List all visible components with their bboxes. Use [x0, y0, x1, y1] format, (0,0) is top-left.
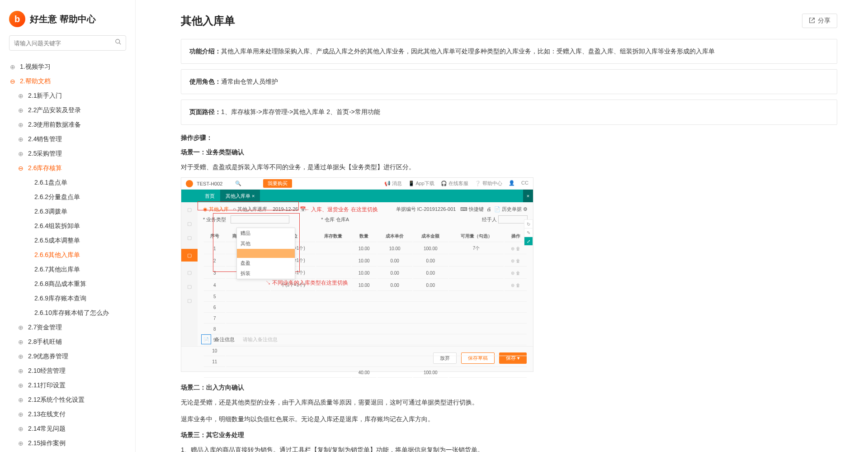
nav-item[interactable]: 2.6.10库存账本错了怎么办	[9, 309, 126, 317]
nav-item[interactable]: 2.6.7其他出库单	[9, 266, 126, 274]
nav-item[interactable]: ⊕2.9优惠券管理	[9, 352, 126, 361]
ss-dd-opt: 其他	[237, 238, 295, 249]
ss-anno2: ↘ 不同业务的入库类型在这里切换	[265, 279, 348, 287]
nav-tree: ⊕1.视频学习⊖2.帮助文档⊕2.1新手入门⊕2.2产品安装及登录⊕2.3使用前…	[9, 60, 126, 451]
ss-th: 成本单价	[377, 231, 412, 242]
plus-icon: ⊕	[17, 121, 24, 128]
path-val: 1、库存核算->库存管理->其他入库单 2、首页->常用功能	[221, 108, 380, 115]
ss-logo-icon	[186, 180, 193, 187]
nav-item[interactable]: ⊕2.2产品安装及登录	[9, 106, 126, 114]
plus-icon: ⊕	[17, 396, 24, 404]
intro-val: 其他入库单用来处理除采购入库、产成品入库之外的其他入库业务，因此其他入库单可处理…	[221, 48, 715, 55]
nav-item[interactable]: ⊕2.7资金管理	[9, 324, 126, 332]
table-row: 4个(1个=1个)10.000.000.00⊕ 🗑	[204, 280, 527, 291]
ss-sum-q: 40.00	[352, 368, 377, 378]
nav-item[interactable]: 2.6.3调拨单	[9, 208, 126, 216]
scene2-heading: 场景二：出入方向确认	[181, 384, 837, 392]
ss-dd-opt	[237, 249, 295, 258]
ss-dd-opt: 盘盈	[237, 258, 295, 268]
ss-th: 操作	[505, 231, 527, 242]
ss-th: 库存数量	[316, 231, 351, 242]
ss-link-help: ❔ 帮助中心	[475, 180, 502, 187]
intro-key: 功能介绍：	[189, 48, 221, 55]
nav-item[interactable]: 2.6.6其他入库单	[9, 251, 126, 259]
nav-item[interactable]: 2.6.5成本调整单	[9, 237, 126, 245]
nav-item[interactable]: ⊕2.10经营管理	[9, 367, 126, 375]
nav-item[interactable]: ⊕2.4销售管理	[9, 135, 126, 143]
path-key: 页面路径：	[189, 108, 221, 115]
nav-item[interactable]: ⊕2.1新手入门	[9, 92, 126, 100]
ss-nav-icon: ▢	[187, 207, 192, 213]
plus-icon: ⊕	[17, 382, 24, 389]
table-row: 7	[204, 314, 527, 324]
ss-tab-home: 首页	[199, 190, 220, 202]
ss-top-links: 📢 消息 📱 App下载 🎧 在线客服 ❔ 帮助中心 👤 CC	[384, 180, 528, 187]
table-row: 5	[204, 292, 527, 302]
nav-item[interactable]: ⊕2.14常见问题	[9, 425, 126, 433]
table-row: 10	[204, 346, 527, 356]
share-icon	[809, 17, 815, 25]
nav-item[interactable]: ⊕2.8手机旺铺	[9, 338, 126, 346]
plus-icon: ⊕	[17, 353, 24, 360]
nav-item[interactable]: ⊖2.6库存核算	[9, 164, 126, 172]
scene1-heading: 场景一：业务类型确认	[181, 148, 837, 157]
nav-item[interactable]: ⊖2.帮助文档	[9, 77, 126, 86]
main-content: 其他入库单 分享 功能介绍：其他入库单用来处理除采购入库、产成品入库之外的其他入…	[136, 0, 868, 452]
plus-icon: ⊕	[17, 136, 24, 143]
sidebar: b 好生意 帮助中心 ⊕1.视频学习⊖2.帮助文档⊕2.1新手入门⊕2.2产品安…	[0, 0, 136, 452]
ss-handler: 经手人	[482, 217, 497, 222]
plus-icon: ⊕	[9, 63, 16, 71]
nav-item[interactable]: ⊕2.13在线支付	[9, 410, 126, 419]
ss-th: 数量	[352, 231, 377, 242]
nav-item[interactable]: ⊕2.15操作案例	[9, 439, 126, 447]
ss-tab-doc: 其他入库单 ×	[220, 190, 260, 202]
ss-dd-opt: 拆装	[237, 268, 295, 279]
ss-user: CC	[521, 180, 528, 187]
nav-item[interactable]: ⊕2.5采购管理	[9, 150, 126, 158]
role-val: 通常由仓管人员维护	[221, 78, 278, 85]
nav-item[interactable]: 2.6.9库存账本查询	[9, 295, 126, 303]
ss-th: 成本金额	[413, 231, 448, 242]
nav-item[interactable]: 2.6.1盘点单	[9, 179, 126, 187]
nav-item[interactable]: ⊕2.12系统个性化设置	[9, 396, 126, 404]
nav-item[interactable]: 2.6.2分量盘点单	[9, 193, 126, 201]
ss-dd-opt: 赠品	[237, 228, 295, 238]
ss-wh-label: 仓库	[325, 217, 335, 222]
ss-tool-icon: ⤢	[524, 237, 533, 246]
ss-tool-icon: ↻	[524, 219, 533, 228]
ss-nav-icon: ▢	[187, 284, 192, 290]
ss-nav-icon: ▢	[187, 235, 192, 241]
brand-title: 好生意 帮助中心	[30, 13, 96, 25]
nav-item[interactable]: 2.6.4组装拆卸单	[9, 222, 126, 230]
scene1-text: 对于受赠、盘盈或是拆装入库等不同的业务，是通过单据头【业务类型】进行区分。	[181, 161, 837, 173]
nav-item[interactable]: ⊕1.视频学习	[9, 63, 126, 71]
path-box: 页面路径：1、库存核算->库存管理->其他入库单 2、首页->常用功能	[181, 100, 837, 124]
table-row: 11	[204, 357, 527, 367]
plus-icon: ⊕	[17, 107, 24, 114]
ss-env: TEST-H002	[197, 181, 222, 186]
search-icon[interactable]	[115, 38, 122, 47]
scene3-heading: 场景三：其它业务处理	[181, 431, 837, 439]
nav-item[interactable]: ⊕2.3使用前数据准备	[9, 121, 126, 129]
ss-link-app: 📱 App下载	[408, 180, 434, 187]
nav-item[interactable]: ⊕2.11打印设置	[9, 381, 126, 390]
ss-nav-icon: ▢	[181, 249, 198, 262]
share-button[interactable]: 分享	[802, 14, 837, 28]
ss-link-msg: 📢 消息	[384, 180, 402, 187]
scene3-text: 1、赠品入库的商品直接转为销售。通过工具栏【复制/复制为销货单】功能，将单据信息…	[181, 444, 837, 452]
ss-nav-icon: ▢	[187, 221, 192, 227]
brand-logo: b	[9, 11, 25, 27]
plus-icon: ⊕	[17, 338, 24, 346]
search-input[interactable]	[9, 35, 126, 51]
ss-note-icon: 📄	[201, 334, 211, 344]
plus-icon: ⊕	[17, 411, 24, 418]
svg-point-0	[116, 39, 120, 43]
ss-close-icon: ×	[523, 190, 533, 202]
ss-history: 历史单据	[502, 206, 522, 212]
ss-link-cs: 🎧 在线客服	[441, 180, 468, 187]
embedded-screenshot: TEST-H002 🔍 我要购买 📢 消息 📱 App下载 🎧 在线客服 ❔ 帮…	[181, 177, 533, 372]
role-key: 使用角色：	[189, 78, 221, 85]
plus-icon: ⊕	[17, 367, 24, 375]
nav-item[interactable]: 2.6.8商品成本重算	[9, 280, 126, 288]
ss-avatar-icon: 👤	[509, 180, 515, 187]
